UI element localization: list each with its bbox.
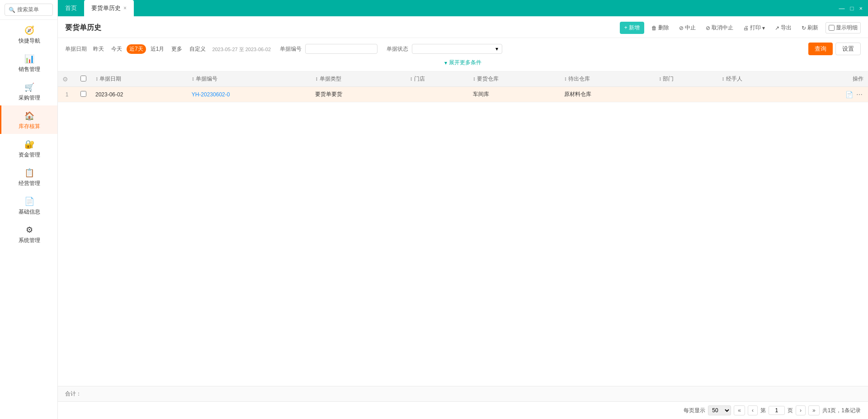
tab-active[interactable]: 要货单历史 × — [84, 0, 134, 16]
sidebar-item-inventory[interactable]: 🏠 库存核算 — [0, 105, 57, 134]
page-suffix: 页 — [788, 407, 793, 414]
select-all-checkbox[interactable] — [80, 76, 86, 81]
row-checkbox-cell[interactable] — [76, 87, 91, 102]
new-button[interactable]: + 新增 — [620, 22, 644, 34]
last-page-button[interactable]: » — [808, 405, 820, 415]
purchase-label: 采购管理 — [19, 94, 40, 102]
status-select[interactable]: ▾ — [412, 44, 502, 54]
basic-info-icon: 📄 — [24, 196, 34, 206]
page-size-select[interactable]: 50 10 20 100 — [708, 405, 731, 415]
sidebar: 🔍 搜索菜单 🧭 快捷导航 📊 销售管理 🛒 采购管理 🏠 库存核算 🔐 资金管… — [0, 0, 58, 419]
date-option-更多[interactable]: 更多 — [169, 44, 185, 54]
quick-nav-icon: 🧭 — [24, 25, 34, 35]
next-page-button[interactable]: › — [796, 405, 806, 415]
cancel-stop-icon: ⊘ — [706, 25, 710, 31]
expand-filter-row[interactable]: ▾ 展开更多条件 — [65, 59, 861, 67]
operations-label: 经营管理 — [19, 180, 40, 187]
inventory-icon: 🏠 — [24, 111, 34, 121]
sidebar-item-system[interactable]: ⚙ 系统管理 — [0, 219, 57, 248]
window-minimize-icon[interactable]: — — [839, 5, 845, 12]
row-handler — [717, 87, 794, 102]
sidebar-search-wrapper[interactable]: 🔍 搜索菜单 — [0, 0, 57, 20]
delete-label: 删除 — [658, 24, 669, 32]
inventory-label: 库存核算 — [19, 123, 40, 130]
date-option-近7天[interactable]: 近7天 — [127, 44, 146, 54]
row-action-cell: 📄 ⋯ — [794, 87, 868, 102]
sidebar-item-sales[interactable]: 📊 销售管理 — [0, 48, 57, 77]
export-button[interactable]: ↗ 导出 — [772, 22, 794, 33]
col-action-label: 操作 — [853, 76, 863, 82]
row-edit-icon[interactable]: 📄 — [844, 90, 854, 99]
window-close-icon[interactable]: × — [859, 5, 863, 12]
table-wrapper: ⚙ ↕ 单据日期 ↕ 单据编号 ↕ 单据类型 — [58, 71, 868, 386]
row-store — [405, 87, 468, 102]
filter-buttons: 查询 设置 — [808, 43, 861, 55]
row-doc-no-link[interactable]: YH-20230602-0 — [192, 91, 230, 98]
date-option-自定义[interactable]: 自定义 — [187, 44, 208, 54]
pagination-summary: 共1页，1条记录 — [822, 407, 861, 414]
date-option-今天[interactable]: 今天 — [108, 44, 125, 54]
col-pending-warehouse-label: 待出仓库 — [568, 76, 590, 82]
sidebar-item-quick-nav[interactable]: 🧭 快捷导航 — [0, 20, 57, 48]
tab-close-icon[interactable]: × — [123, 5, 127, 11]
data-table: ⚙ ↕ 单据日期 ↕ 单据编号 ↕ 单据类型 — [58, 71, 868, 102]
export-icon: ↗ — [775, 25, 779, 31]
first-page-button[interactable]: « — [734, 405, 745, 415]
system-label: 系统管理 — [19, 237, 40, 244]
prev-page-button[interactable]: ‹ — [748, 405, 758, 415]
refresh-label: 刷新 — [807, 24, 818, 32]
display-detail-button[interactable]: 显示明细 — [826, 22, 861, 33]
row-req-warehouse: 车间库 — [468, 87, 560, 102]
col-doc-date-label: 单据日期 — [99, 76, 121, 82]
column-settings-icon[interactable]: ⚙ — [62, 76, 68, 83]
window-maximize-icon[interactable]: □ — [850, 5, 854, 12]
stop-button[interactable]: ⊘ 中止 — [676, 22, 698, 33]
page-number-input[interactable] — [769, 406, 785, 415]
row-more-icon[interactable]: ⋯ — [855, 90, 863, 99]
sales-label: 销售管理 — [19, 66, 40, 73]
doc-no-input[interactable] — [305, 44, 377, 54]
sidebar-item-finance[interactable]: 🔐 资金管理 — [0, 134, 57, 162]
row-checkbox[interactable] — [80, 91, 86, 97]
delete-button[interactable]: 🗑 删除 — [649, 22, 672, 33]
date-option-近1月[interactable]: 近1月 — [148, 44, 167, 54]
status-dropdown-icon: ▾ — [495, 46, 498, 52]
col-handler-label: 经手人 — [726, 76, 742, 82]
print-label: 打印 — [750, 24, 761, 32]
operations-icon: 📋 — [24, 168, 34, 178]
date-option-昨天[interactable]: 昨天 — [90, 44, 107, 54]
tab-home[interactable]: 首页 — [58, 0, 84, 16]
stop-icon: ⊘ — [679, 25, 684, 31]
page-label: 第 — [760, 407, 766, 414]
cancel-stop-button[interactable]: ⊘ 取消中止 — [703, 22, 736, 33]
table-row: 1 2023-06-02 YH-20230602-0 要货单要货 车间库 原材料… — [58, 87, 868, 102]
col-dept-label: 部门 — [663, 76, 674, 82]
export-label: 导出 — [781, 24, 792, 32]
sales-icon: 📊 — [24, 54, 34, 64]
sidebar-item-operations[interactable]: 📋 经营管理 — [0, 162, 57, 191]
print-button[interactable]: 🖨 打印 ▾ — [741, 22, 768, 33]
refresh-icon: ↻ — [802, 25, 806, 31]
content-area: 要货单历史 + 新增 🗑 删除 ⊘ 中止 ⊘ 取消中止 🖨 打印 — [58, 16, 868, 419]
display-detail-checkbox[interactable] — [829, 25, 835, 31]
sidebar-item-purchase[interactable]: 🛒 采购管理 — [0, 77, 57, 105]
sidebar-search-input[interactable]: 🔍 搜索菜单 — [5, 4, 53, 16]
sidebar-search-label: 搜索菜单 — [17, 6, 39, 14]
total-label: 合计： — [65, 390, 81, 397]
col-req-warehouse-label: 要货仓库 — [477, 76, 499, 82]
query-button[interactable]: 查询 — [808, 43, 833, 55]
th-handler: ↕ 经手人 — [717, 71, 794, 87]
settings-button[interactable]: 设置 — [835, 43, 861, 55]
refresh-button[interactable]: ↻ 刷新 — [799, 22, 821, 33]
th-doc-type: ↕ 单据类型 — [311, 71, 405, 87]
sidebar-item-basic-info[interactable]: 📄 基础信息 — [0, 191, 57, 219]
th-doc-date: ↕ 单据日期 — [91, 71, 187, 87]
status-filter-group: 单据状态 ▾ — [387, 44, 502, 54]
topbar-right: — □ × — [839, 5, 868, 12]
filter-area: 单据日期 昨天今天近7天近1月更多自定义 2023-05-27 至 2023-0… — [58, 38, 868, 71]
th-settings: ⚙ — [58, 71, 76, 87]
tab-home-label: 首页 — [65, 4, 77, 12]
row-pending-warehouse: 原材料仓库 — [560, 87, 654, 102]
finance-icon: 🔐 — [24, 139, 34, 149]
filter-row-1: 单据日期 昨天今天近7天近1月更多自定义 2023-05-27 至 2023-0… — [65, 43, 861, 55]
